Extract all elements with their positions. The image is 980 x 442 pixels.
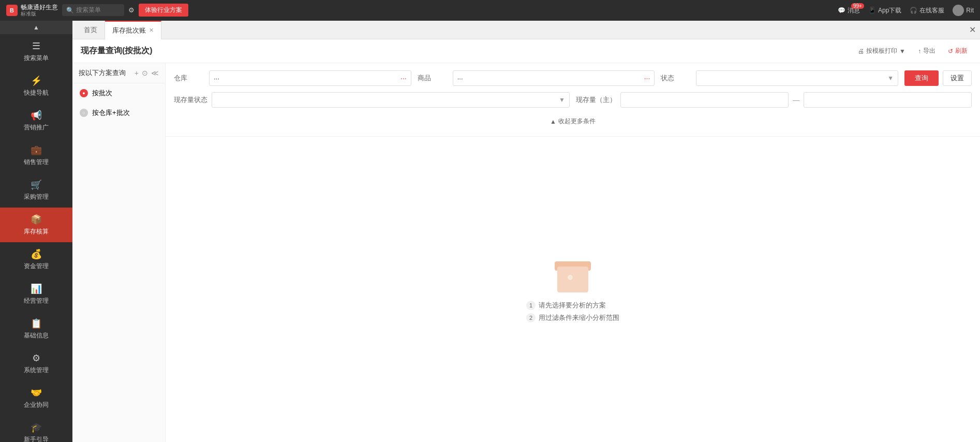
filter-inventory-qty: 现存量（主） — [576, 92, 972, 108]
sidebar-item-system[interactable]: ⚙ 系统管理 [0, 346, 72, 381]
status-label: 状态 [661, 73, 692, 83]
messages-button[interactable]: 💬 消息 99+ [838, 6, 860, 15]
inventory-qty-dash: — [793, 96, 799, 104]
scheme-label-by-warehouse-batch: 按仓库+批次 [92, 108, 130, 117]
app-download-button[interactable]: 📱 App下载 [868, 6, 901, 15]
filter-actions: 查询 设置 [904, 70, 972, 86]
sidebar-item-enterprise[interactable]: 🤝 企业协同 [0, 381, 72, 416]
trial-button[interactable]: 体验行业方案 [139, 4, 188, 17]
add-scheme-button[interactable]: + [135, 69, 139, 77]
sidebar-item-basics[interactable]: 📋 基础信息 [0, 312, 72, 346]
main-layout: ▲ ☰ 搜索菜单 ⚡ 快捷导航 📢 营销推广 💼 销售管理 🛒 采购管理 [0, 21, 980, 442]
query-button[interactable]: 查询 [904, 70, 939, 86]
tab-bar-right: ✕ [969, 25, 976, 35]
left-panel-header: 按以下方案查询 + ⊙ ≪ [72, 63, 165, 83]
goods-label: 商品 [418, 73, 449, 83]
top-bar-left: B 畅康通好生意 标准版 🔍 搜索菜单 ⚙ 体验行业方案 [6, 4, 188, 17]
close-panel-button[interactable]: ✕ [969, 25, 976, 35]
sidebar-item-sales[interactable]: 💼 销售管理 [0, 138, 72, 173]
filter-row-2: 现存量状态 ▼ 现存量（主） — [174, 92, 972, 108]
scheme-dot-active: ● [80, 89, 88, 97]
sidebar: ▲ ☰ 搜索菜单 ⚡ 快捷导航 📢 营销推广 💼 销售管理 🛒 采购管理 [0, 21, 72, 442]
inventory-status-select[interactable]: ▼ [212, 92, 570, 108]
app-logo: B 畅康通好生意 标准版 [6, 4, 58, 17]
sidebar-item-label: 销售管理 [24, 158, 49, 167]
tab-home[interactable]: 首页 [77, 21, 105, 39]
app-download-icon: 📱 [868, 7, 876, 14]
warehouse-input[interactable]: ··· ··· [209, 70, 411, 86]
sidebar-item-newbie[interactable]: 🎓 新手引导 [0, 416, 72, 442]
sidebar-scroll-up[interactable]: ▲ [0, 21, 72, 34]
top-bar-right: 💬 消息 99+ 📱 App下载 🎧 在线客服 Rit [838, 5, 974, 16]
sidebar-item-search-menu[interactable]: ☰ 搜索菜单 [0, 34, 72, 69]
inventory-qty-to[interactable] [804, 92, 972, 108]
collapse-panel-icon[interactable]: ≪ [151, 69, 159, 77]
sidebar-item-finance[interactable]: 💰 资金管理 [0, 242, 72, 277]
inventory-qty-from[interactable] [620, 92, 789, 108]
sidebar-scroll: ☰ 搜索菜单 ⚡ 快捷导航 📢 营销推广 💼 销售管理 🛒 采购管理 📦 库 [0, 34, 72, 442]
sidebar-item-label: 经营管理 [24, 297, 49, 305]
page-header: 现存量查询(按批次) 🖨 按模板打印 ▼ ↑ 导出 ↺ 刷新 [72, 39, 980, 63]
scheme-item-by-warehouse-batch[interactable]: ○ 按仓库+批次 [72, 103, 165, 123]
tip-1-text: 请先选择要分析的方案 [539, 301, 606, 310]
sidebar-item-label: 系统管理 [24, 366, 49, 375]
left-panel-title: 按以下方案查询 [79, 68, 126, 78]
logo-icon: B [6, 5, 18, 16]
tab-batch-account[interactable]: 库存批次账 ✕ [105, 21, 161, 39]
messages-icon: 💬 [838, 7, 845, 14]
enterprise-icon: 🤝 [31, 387, 42, 399]
refresh-button[interactable]: ↺ 刷新 [944, 45, 972, 57]
sidebar-item-purchase[interactable]: 🛒 采购管理 [0, 173, 72, 208]
online-service-button[interactable]: 🎧 在线客服 [910, 6, 944, 15]
tip-item-1: 1 请先选择要分析的方案 [526, 301, 619, 310]
inventory-status-chevron-icon: ▼ [559, 96, 565, 104]
user-menu-button[interactable]: Rit [953, 5, 974, 16]
box-shine [568, 275, 573, 280]
filter-goods: 商品 ··· ··· [418, 70, 655, 86]
version-badge: 标准版 [21, 11, 58, 17]
search-box[interactable]: 🔍 搜索菜单 [62, 4, 124, 16]
export-button[interactable]: ↑ 导出 [914, 45, 940, 57]
quick-nav-icon: ⚡ [31, 75, 42, 86]
tip-1-number: 1 [526, 301, 536, 310]
left-panel-actions: + ⊙ ≪ [135, 69, 159, 77]
tab-close-icon[interactable]: ✕ [149, 27, 154, 34]
purchase-icon: 🛒 [31, 179, 42, 190]
search-placeholder: 搜索菜单 [76, 6, 101, 14]
goods-dots-icon: ··· [644, 74, 650, 82]
filter-warehouse: 仓库 ··· ··· [174, 70, 411, 86]
sidebar-item-operation[interactable]: 📊 经营管理 [0, 277, 72, 312]
scheme-label-by-batch: 按批次 [92, 89, 112, 98]
tip-2-number: 2 [526, 313, 536, 322]
sidebar-item-inventory[interactable]: 📦 库存核算 [0, 208, 72, 242]
filter-area: 仓库 ··· ··· 商品 ··· ··· [166, 63, 980, 137]
status-select[interactable]: ▼ [696, 70, 898, 86]
collapse-filters-button[interactable]: ▲ 收起更多条件 [174, 114, 972, 129]
settings-icon[interactable]: ⚙ [128, 6, 135, 14]
goods-placeholder: ··· [457, 75, 463, 82]
online-service-icon: 🎧 [910, 7, 917, 14]
empty-box-icon [552, 256, 593, 292]
online-service-label: 在线客服 [919, 6, 944, 15]
sidebar-item-quick-nav[interactable]: ⚡ 快捷导航 [0, 69, 72, 104]
scheme-settings-icon[interactable]: ⊙ [142, 69, 148, 77]
filter-inventory-status: 现存量状态 ▼ [174, 92, 570, 108]
tab-batch-account-label: 库存批次账 [112, 26, 146, 35]
app-name: 畅康通好生意 [21, 4, 58, 11]
marketing-icon: 📢 [31, 110, 42, 121]
sidebar-item-label: 新手引导 [24, 435, 49, 442]
empty-illustration [552, 256, 593, 292]
export-label: 导出 [923, 47, 936, 55]
status-chevron-icon: ▼ [887, 75, 894, 82]
finance-icon: 💰 [31, 248, 42, 260]
top-bar: B 畅康通好生意 标准版 🔍 搜索菜单 ⚙ 体验行业方案 💬 消息 99+ 📱 … [0, 0, 980, 21]
scheme-item-by-batch[interactable]: ● 按批次 [72, 83, 165, 103]
settings-button[interactable]: 设置 [943, 70, 972, 86]
goods-input[interactable]: ··· ··· [453, 70, 655, 86]
inventory-qty-label: 现存量（主） [576, 95, 616, 105]
sidebar-item-label: 营销推广 [24, 123, 49, 132]
page-title: 现存量查询(按批次) [81, 46, 153, 56]
sidebar-item-marketing[interactable]: 📢 营销推广 [0, 104, 72, 138]
print-template-button[interactable]: 🖨 按模板打印 ▼ [854, 45, 910, 57]
print-chevron-icon: ▼ [899, 48, 905, 55]
